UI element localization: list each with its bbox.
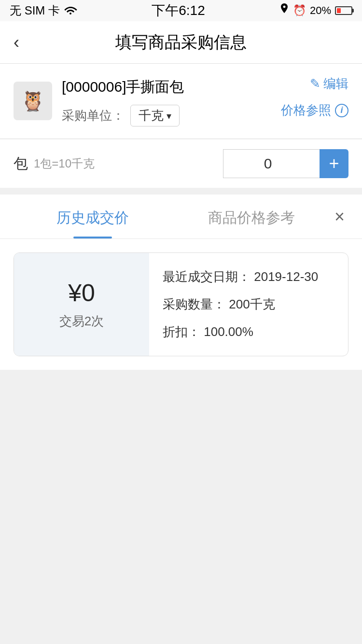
tab-product-price-ref[interactable]: 商品价格参考 [172,195,330,238]
quantity-input[interactable] [223,149,320,178]
quantity-plus-button[interactable]: + [320,149,348,178]
status-bar: 无 SIM 卡 下午6:12 ⏰ 20% [0,0,362,21]
product-unit-row: 采购单位： 千克 ▾ [62,105,184,126]
alarm-icon: ⏰ [293,4,306,17]
tabs-header: 历史成交价 商品价格参考 × [0,195,362,239]
purchase-quantity-value: 200千克 [229,297,275,311]
quantity-unit: 包 1包=10千克 [14,154,95,174]
product-info: [0000006]手撕面包 采购单位： 千克 ▾ [62,77,184,126]
recent-date-label: 最近成交日期： [163,269,251,284]
chevron-down-icon: ▾ [167,110,171,122]
unit-conversion: 1包=10千克 [34,156,95,171]
recent-date-value: 2019-12-30 [254,269,318,284]
edit-label: 编辑 [323,75,348,92]
price-ref-label: 价格参照 [281,102,331,119]
product-image-placeholder: 🦉 [21,90,45,112]
trade-count: 交易2次 [59,313,104,330]
nav-bar: ‹ 填写商品采购信息 [0,21,362,64]
recent-date-row: 最近成交日期： 2019-12-30 [163,267,334,286]
trade-record-card: ¥0 交易2次 最近成交日期： 2019-12-30 采购数量： 200千克 折… [14,252,348,356]
unit-box-label: 包 [14,154,28,174]
status-right: ⏰ 20% [279,3,352,18]
discount-value: 100.00% [204,324,253,339]
unit-label: 采购单位： [62,107,125,124]
product-left: 🦉 [0000006]手撕面包 采购单位： 千克 ▾ [14,75,184,126]
unit-value: 千克 [139,107,164,124]
unit-select-dropdown[interactable]: 千克 ▾ [130,105,180,126]
discount-row: 折扣： 100.00% [163,322,334,341]
status-left: 无 SIM 卡 [10,3,77,18]
trade-card-right: 最近成交日期： 2019-12-30 采购数量： 200千克 折扣： 100.0… [149,253,348,356]
battery-icon [335,6,352,15]
location-icon [279,3,289,18]
carrier-text: 无 SIM 卡 [10,3,60,18]
discount-label: 折扣： [163,324,200,339]
close-tab-button[interactable]: × [331,208,348,225]
edit-icon: ✎ [310,76,320,91]
trade-price: ¥0 [68,279,95,307]
trade-card-left: ¥0 交易2次 [14,253,149,356]
wifi-icon [64,4,77,17]
price-reference-button[interactable]: 价格参照 i [281,102,348,119]
edit-button[interactable]: ✎ 编辑 [310,75,348,92]
purchase-quantity-row: 采购数量： 200千克 [163,295,334,314]
tab-history-price[interactable]: 历史成交价 [14,195,172,238]
product-thumbnail: 🦉 [14,82,52,120]
page-title: 填写商品采购信息 [115,31,247,54]
info-icon: i [335,104,348,117]
quantity-row: 包 1包=10千克 + [0,139,362,188]
product-card: 🦉 [0000006]手撕面包 采购单位： 千克 ▾ ✎ 编辑 价格参照 [0,64,362,138]
trade-cards: ¥0 交易2次 最近成交日期： 2019-12-30 采购数量： 200千克 折… [0,239,362,370]
main-content: 历史成交价 商品价格参考 × ¥0 交易2次 最近成交日期： 2019-12-3… [0,195,362,581]
tabs-section: 历史成交价 商品价格参考 × ¥0 交易2次 最近成交日期： 2019-12-3… [0,195,362,370]
product-name: [0000006]手撕面包 [62,77,184,97]
time-display: 下午6:12 [152,1,205,20]
purchase-quantity-label: 采购数量： [163,297,225,311]
battery-percent: 20% [310,4,331,17]
quantity-controls: + [223,149,348,178]
product-actions: ✎ 编辑 价格参照 i [281,75,348,119]
back-button[interactable]: ‹ [14,32,19,53]
